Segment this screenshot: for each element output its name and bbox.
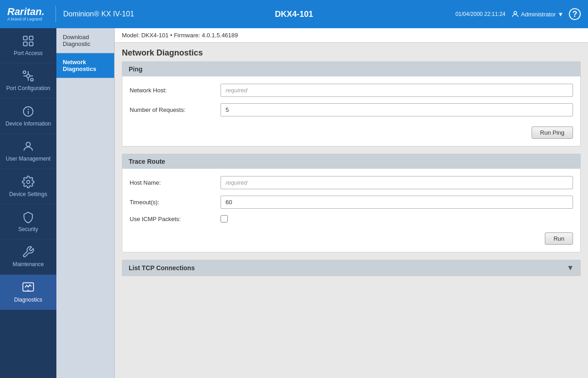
svg-rect-3 [24,42,27,45]
svg-rect-4 [29,42,33,45]
diagnostics-icon [22,281,35,294]
network-host-label: Network Host: [130,87,221,94]
datetime: 01/04/2000 22:11:24 [455,11,505,17]
ping-section: Ping Network Host: Number of Requests: R… [122,61,581,146]
sidebar-item-device-settings[interactable]: Device Settings [0,169,56,204]
shield-icon [22,211,35,223]
user-icon [511,10,519,18]
ping-btn-row: Run Ping [130,123,573,139]
num-requests-row: Number of Requests: [130,103,573,116]
run-button[interactable]: Run [545,232,573,245]
content-header: Model: DKX4-101 • Firmware: 4.0.1.5.4618… [115,28,588,43]
icmp-row: Use ICMP Packets: [130,215,573,222]
host-name-row: Host Name: [130,176,573,189]
sub-sidebar-item-network[interactable]: Network Diagnostics [56,53,114,78]
tcp-chevron-icon: ▼ [567,264,574,272]
timeout-input[interactable] [221,196,573,209]
sub-sidebar-item-download[interactable]: Download Diagnostic [56,28,114,53]
sidebar-item-port-access[interactable]: Port Access [0,28,56,63]
host-name-label: Host Name: [130,179,221,186]
sidebar-item-security[interactable]: Security [0,204,56,239]
tcp-section: List TCP Connections ▼ [122,260,581,276]
sidebar-label-security: Security [18,226,38,232]
num-requests-input[interactable] [221,103,573,116]
run-btn-row: Run [130,229,573,245]
timeout-label: Timeout(s): [130,199,221,206]
tcp-header[interactable]: List TCP Connections ▼ [122,260,580,276]
trace-route-section: Trace Route Host Name: Timeout(s): Use I… [122,154,581,252]
sidebar: Port Access Port Configuration Device In… [0,28,56,378]
user-menu[interactable]: Administrator ▼ [511,10,563,18]
ping-title: Ping [129,66,142,73]
main-layout: Port Access Port Configuration Device In… [0,28,588,378]
sub-sidebar: Download Diagnostic Network Diagnostics [56,28,115,378]
user-icon-sidebar [22,140,35,153]
svg-point-7 [30,79,33,81]
num-requests-label: Number of Requests: [130,106,221,113]
wrench-icon [22,246,35,258]
sidebar-label-diagnostics: Diagnostics [14,297,42,303]
sidebar-label-maintenance: Maintenance [13,261,44,267]
info-circle-icon [22,105,35,118]
svg-point-6 [23,71,26,74]
sidebar-item-port-config[interactable]: Port Configuration [0,63,56,98]
sliders-icon [22,70,35,82]
svg-point-15 [28,109,29,110]
grid-icon [22,35,35,47]
logo-name: Raritan. [7,7,45,17]
center-device-name: DKX4-101 [275,10,313,19]
svg-point-5 [27,75,30,78]
icmp-label: Use ICMP Packets: [130,216,221,222]
help-button[interactable]: ? [569,8,581,20]
svg-point-0 [514,11,517,14]
content-area: Model: DKX4-101 • Firmware: 4.0.1.5.4618… [115,28,588,378]
logo-sub: A brand of Legrand [7,17,45,22]
gear-icon [22,176,35,188]
sidebar-item-device-info[interactable]: Device Information [0,99,56,134]
trace-route-body: Host Name: Timeout(s): Use ICMP Packets:… [122,169,580,252]
sidebar-label-device-info: Device Information [5,121,51,127]
trace-route-header: Trace Route [122,154,580,169]
icmp-checkbox[interactable] [221,215,228,222]
svg-point-16 [26,142,30,146]
network-host-input[interactable] [221,84,573,97]
tcp-title: List TCP Connections [129,264,195,272]
logo: Raritan. A brand of Legrand [7,7,45,22]
header-right: 01/04/2000 22:11:24 Administrator ▼ ? [455,8,581,20]
sidebar-label-device-settings: Device Settings [9,191,47,197]
header-divider [55,6,56,22]
sidebar-label-user-mgmt: User Management [6,156,51,162]
network-host-row: Network Host: [130,84,573,97]
user-dropdown-icon: ▼ [558,11,563,18]
app-header: Raritan. A brand of Legrand Dominion® KX… [0,0,588,28]
sidebar-label-port-config: Port Configuration [6,85,50,91]
run-ping-button[interactable]: Run Ping [532,126,573,139]
sidebar-item-user-mgmt[interactable]: User Management [0,134,56,169]
timeout-row: Timeout(s): [130,196,573,209]
firmware-info: Model: DKX4-101 • Firmware: 4.0.1.5.4618… [122,32,238,39]
svg-rect-2 [29,36,33,40]
sidebar-label-port-access: Port Access [14,50,42,56]
host-name-input[interactable] [221,176,573,189]
page-title: Network Diagnostics [115,43,588,61]
svg-rect-1 [24,36,27,40]
ping-body: Network Host: Number of Requests: Run Pi… [122,76,580,146]
device-name: Dominion® KX IV-101 [63,10,456,18]
username: Administrator [521,11,556,18]
trace-route-title: Trace Route [129,158,165,165]
sidebar-item-maintenance[interactable]: Maintenance [0,239,56,274]
ping-header: Ping [122,62,580,76]
sidebar-item-diagnostics[interactable]: Diagnostics [0,275,56,310]
svg-point-17 [27,180,30,183]
